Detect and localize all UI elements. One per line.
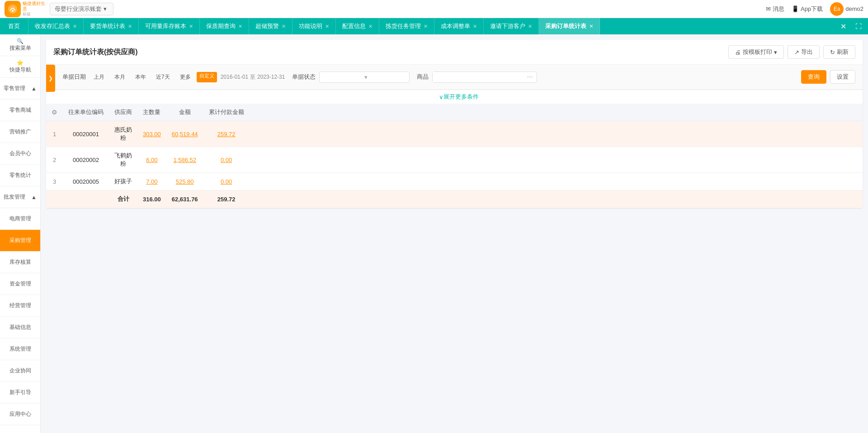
tabs-end-actions: ✕ ⛶: [838, 21, 868, 32]
dropdown-arrow: ▾: [774, 49, 777, 56]
date-shortcut-this-month[interactable]: 本月: [110, 72, 129, 82]
close-all-tabs-btn[interactable]: ✕: [838, 21, 849, 32]
sidebar-item-retail-mall[interactable]: 零售商城: [0, 100, 40, 121]
workspace-selector[interactable]: 母婴行业演示账套 ▾: [50, 3, 113, 15]
sidebar-item-retail-stats[interactable]: 零售统计: [0, 165, 40, 186]
tab-home[interactable]: 首页: [0, 18, 28, 34]
sidebar-item-purchase[interactable]: 采购管理: [0, 230, 40, 252]
star-icon: ⭐: [17, 60, 24, 66]
tab-peizhi[interactable]: 配置信息 ✕: [336, 18, 379, 34]
row-qty[interactable]: 303.00: [137, 121, 166, 147]
app-label: App下载: [801, 5, 823, 13]
tab-caigou-active[interactable]: 采购订单统计表 ✕: [539, 18, 600, 34]
svg-point-1: [12, 10, 14, 12]
tab-yaohuo[interactable]: 要货单统计表 ✕: [84, 18, 139, 34]
refresh-btn[interactable]: ↻ 刷新: [823, 45, 855, 59]
close-icon[interactable]: ✕: [282, 24, 286, 29]
tab-baozhi[interactable]: 保质期查询 ✕: [200, 18, 249, 34]
close-icon[interactable]: ✕: [325, 24, 329, 29]
sidebar-item-quicknav[interactable]: ⭐ 快捷导航: [0, 56, 40, 78]
row-amount[interactable]: 1,586.52: [166, 147, 203, 173]
sidebar-item-newuser[interactable]: 新手引导: [0, 382, 40, 404]
maximize-btn[interactable]: ⛶: [853, 22, 864, 31]
date-shortcut-7days[interactable]: 近7天: [152, 72, 174, 82]
chevron-down-expand-icon: ∨: [439, 94, 443, 100]
sidebar-item-app-center[interactable]: 应用中心: [0, 404, 40, 425]
date-shortcut-last-month[interactable]: 上月: [90, 72, 108, 82]
footer-qty: 316.00: [137, 190, 166, 208]
chevron-left-icon: ❯: [48, 75, 53, 81]
tab-kuyong[interactable]: 可用量库存账本 ✕: [139, 18, 200, 34]
date-filter-group: 单据日期 上月 本月 本年 近7天 更多 自定义: [62, 72, 285, 82]
user-area[interactable]: Ea demo2: [830, 2, 863, 16]
export-btn[interactable]: ↗ 导出: [788, 45, 820, 59]
tab-chengben[interactable]: 成本调整单 ✕: [434, 18, 484, 34]
app-download-btn[interactable]: 📱 App下载: [792, 5, 823, 13]
tab-chaochuyujing[interactable]: 超储预警 ✕: [249, 18, 292, 34]
sidebar-item-basic-info[interactable]: 基础信息: [0, 317, 40, 338]
close-icon[interactable]: ✕: [424, 24, 428, 29]
tab-yaoqing[interactable]: 邀请下游客户 ✕: [484, 18, 539, 34]
gear-icon[interactable]: ⚙: [52, 109, 57, 116]
row-paid[interactable]: 0.00: [203, 147, 250, 173]
row-paid[interactable]: 0.00: [203, 173, 250, 190]
filter-toggle-btn[interactable]: ❯: [46, 65, 55, 92]
close-icon[interactable]: ✕: [128, 24, 132, 29]
sidebar-item-marketing[interactable]: 营销推广: [0, 121, 40, 143]
row-amount[interactable]: 60,519.44: [166, 121, 203, 147]
row-supplier: 好孩子: [109, 173, 137, 190]
content-area: 采购订单统计表(按供应商) 🖨 按模板打印 ▾ ↗ 导出 ↻ 刷新: [41, 34, 868, 433]
sidebar-item-finance[interactable]: 资金管理: [0, 273, 40, 295]
row-extra: [250, 147, 863, 173]
close-icon[interactable]: ✕: [528, 24, 532, 29]
th-qty: 主数量: [137, 104, 166, 121]
sidebar-item-wholesale[interactable]: 批发管理 ▲: [0, 186, 40, 208]
tab-jianhuo[interactable]: 拣货任务管理 ✕: [379, 18, 434, 34]
row-paid[interactable]: 259.72: [203, 121, 250, 147]
sidebar-item-search[interactable]: 🔍 搜索菜单: [0, 34, 40, 56]
query-btn[interactable]: 查询: [801, 70, 826, 84]
sidebar-item-enterprise[interactable]: 企业协同: [0, 360, 40, 382]
goods-input: ···: [432, 71, 537, 83]
date-shortcut-this-year[interactable]: 本年: [131, 72, 150, 82]
top-bar: 畅捷通好生意 标版 母婴行业演示账套 ▾ ✉ 消息 📱 App下载 Ea dem…: [0, 0, 868, 18]
close-icon[interactable]: ✕: [189, 24, 193, 29]
close-icon[interactable]: ✕: [473, 24, 477, 29]
main-layout: 🔍 搜索菜单 ⭐ 快捷导航 零售管理 ▲ 零售商城 营销推广 会员中心 零售统计…: [0, 34, 868, 433]
goods-more-btn[interactable]: ···: [523, 73, 536, 81]
message-label: 消息: [773, 5, 784, 13]
sidebar-item-wechat[interactable]: 企业微信: [0, 425, 40, 433]
row-qty[interactable]: 6.00: [137, 147, 166, 173]
sidebar-item-inventory[interactable]: 库存核算: [0, 252, 40, 273]
date-shortcuts: 上月 本月 本年 近7天 更多 自定义: [90, 72, 217, 82]
row-amount[interactable]: 525.80: [166, 173, 203, 190]
sidebar-item-member[interactable]: 会员中心: [0, 143, 40, 165]
close-icon[interactable]: ✕: [238, 24, 242, 29]
date-shortcut-more[interactable]: 更多: [176, 72, 195, 82]
template-print-btn[interactable]: 🖨 按模板打印 ▾: [728, 45, 784, 59]
expand-more-btn[interactable]: ∨ 展开更多条件: [55, 90, 863, 104]
settings-btn[interactable]: 设置: [830, 70, 855, 84]
row-supplier: 飞鹤奶粉: [109, 147, 137, 173]
th-paid: 累计付款金额: [203, 104, 250, 121]
tab-gongneng[interactable]: 功能说明 ✕: [292, 18, 336, 34]
close-icon[interactable]: ✕: [73, 24, 77, 29]
sidebar-item-system[interactable]: 系统管理: [0, 338, 40, 360]
table-row: 2 00020002 飞鹤奶粉 6.00 1,586.52 0.00: [46, 147, 863, 173]
status-select[interactable]: ▾: [319, 71, 410, 83]
top-right: ✉ 消息 📱 App下载 Ea demo2: [766, 2, 863, 16]
sidebar-item-ecommerce[interactable]: 电商管理: [0, 208, 40, 230]
goods-search-input[interactable]: [433, 72, 523, 82]
tab-shoufacun[interactable]: 收发存汇总表 ✕: [28, 18, 84, 34]
print-icon: 🖨: [735, 49, 741, 56]
logo-icon: [5, 1, 21, 17]
th-supplier: 供应商: [109, 104, 137, 121]
row-qty[interactable]: 7.00: [137, 173, 166, 190]
message-btn[interactable]: ✉ 消息: [766, 5, 784, 13]
svg-point-0: [8, 5, 17, 14]
row-extra: [250, 121, 863, 147]
sidebar-item-retail-mgmt[interactable]: 零售管理 ▲: [0, 78, 40, 100]
sidebar-item-operations[interactable]: 经营管理: [0, 295, 40, 317]
close-icon[interactable]: ✕: [368, 24, 373, 29]
close-icon[interactable]: ✕: [589, 24, 593, 29]
